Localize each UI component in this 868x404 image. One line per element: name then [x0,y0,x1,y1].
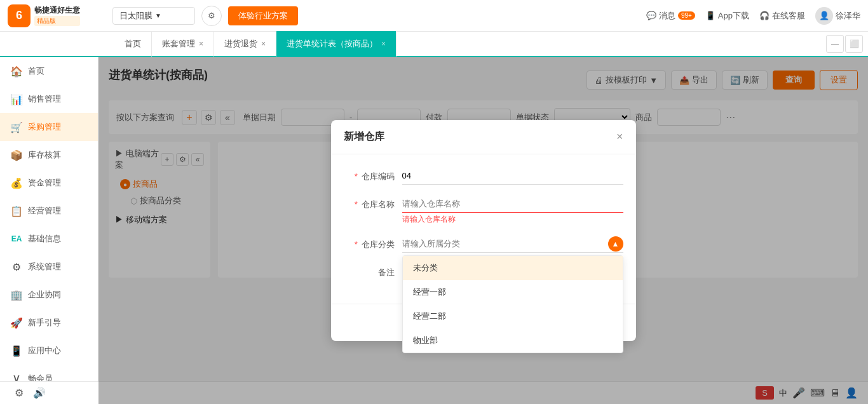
logo-area: 6 畅捷通好生意 精品版 [8,4,106,27]
main-layout: 🏠 首页 📊 销售管理 🛒 采购管理 📦 库存核算 💰 资金管理 📋 经营管理 … [0,57,868,404]
notes-label: 备注 [344,263,395,278]
tab-bar: 首页 账套管理 × 进货退货 × 进货单统计表（按商品） × — ⬜ [0,32,868,57]
bottom-left-icons: ⚙ 🔊 [10,384,48,402]
form-row-warehouse-name: * 仓库名称 请输入仓库名称 [344,195,623,225]
warehouse-code-input[interactable] [402,167,623,185]
sidebar-item-purchase[interactable]: 🛒 采购管理 [0,113,98,141]
dialog-body: * 仓库编码 * 仓库名称 [331,154,636,304]
sidebar-item-finance[interactable]: 💰 资金管理 [0,169,98,197]
headset-icon: 🎧 [759,11,770,20]
sales-icon: 📊 [10,93,23,105]
avatar: 👤 [815,7,833,25]
app-icon: 📱 [705,11,715,20]
dropdown-option-dept2[interactable]: 经营二部 [403,304,623,328]
category-dropdown-toggle[interactable]: ▲ [608,236,623,252]
dropdown-option-property[interactable]: 物业部 [403,328,623,353]
tab-end-buttons: — ⬜ [826,35,868,53]
tab-expand-button[interactable]: ⬜ [845,35,863,53]
form-row-warehouse-category: * 仓库分类 ▲ 未分类 经营一部 经 [344,235,623,253]
warehouse-name-input[interactable] [402,195,623,213]
dropdown-option-unclassified[interactable]: 未分类 [403,256,623,280]
home-icon: 🏠 [10,65,23,77]
sidebar-item-inventory[interactable]: 📦 库存核算 [0,141,98,169]
tab-close-account[interactable]: × [199,39,203,48]
guide-icon: 🚀 [10,316,23,329]
dialog-title: 新增仓库 [344,130,384,144]
sidebar: 🏠 首页 📊 销售管理 🛒 采购管理 📦 库存核算 💰 资金管理 📋 经营管理 … [0,57,98,404]
finance-icon: 💰 [10,177,23,189]
sidebar-item-apps[interactable]: 📱 应用中心 [0,337,98,365]
sidebar-item-home[interactable]: 🏠 首页 [0,57,98,85]
dialog-header: 新增仓库 × [331,120,636,154]
purchase-icon: 🛒 [10,121,23,133]
basic-info-icon: EA [10,232,23,245]
sidebar-item-sales[interactable]: 📊 销售管理 [0,85,98,113]
modal-backdrop: 新增仓库 × * 仓库编码 [98,57,868,404]
bottom-volume-icon[interactable]: 🔊 [31,384,48,402]
warehouse-category-label: * 仓库分类 [344,235,395,250]
settings-icon[interactable]: ⚙ [201,6,222,26]
warehouse-code-control [402,167,623,185]
sidebar-item-basic-info[interactable]: EA 基础信息 [0,225,98,253]
customer-service-item[interactable]: 🎧 在线客服 [759,10,805,22]
logo-icon: 6 [8,4,31,27]
warehouse-category-select-wrapper: ▲ [402,235,623,253]
user-profile-item[interactable]: 👤 徐泽华 [815,7,860,25]
inventory-icon: 📦 [10,149,23,161]
warehouse-name-label: * 仓库名称 [344,195,395,210]
try-industry-button[interactable]: 体验行业方案 [228,6,298,25]
apps-icon: 📱 [10,344,23,357]
logo-text: 畅捷通好生意 精品版 [34,5,80,26]
operations-icon: 📋 [10,205,23,217]
sidebar-item-operations[interactable]: 📋 经营管理 [0,197,98,225]
warehouse-category-control: ▲ 未分类 经营一部 经营二部 物业部 [402,235,623,253]
form-row-warehouse-code: * 仓库编码 [344,167,623,185]
sidebar-item-system[interactable]: ⚙ 系统管理 [0,253,98,281]
new-warehouse-dialog: 新增仓库 × * 仓库编码 [331,120,636,341]
system-icon: ⚙ [10,260,23,273]
tab-minimize-button[interactable]: — [826,35,844,53]
tab-account[interactable]: 账套管理 × [152,31,214,57]
chevron-down-icon: ▼ [155,12,161,19]
dropdown-option-dept1[interactable]: 经营一部 [403,280,623,304]
sidebar-item-guide[interactable]: 🚀 新手引导 [0,309,98,337]
enterprise-icon: 🏢 [10,288,23,301]
tab-home[interactable]: 首页 [114,31,152,57]
dialog-close-button[interactable]: × [616,130,623,144]
tab-close-purchase-return[interactable]: × [261,39,266,48]
content-area: 进货单统计(按商品) 🖨 按模板打印 ▼ 📤 导出 🔄 刷新 查询 设置 [98,57,868,404]
notification-icon: 💬 [646,11,656,20]
category-dropdown: 未分类 经营一部 经营二部 物业部 [402,255,623,353]
app-download-item[interactable]: 📱 App下载 [705,10,749,22]
warehouse-name-error: 请输入仓库名称 [402,214,623,225]
sidebar-item-enterprise[interactable]: 🏢 企业协同 [0,281,98,309]
store-selector[interactable]: 日太阳膜 ▼ [112,7,195,25]
warehouse-name-control: 请输入仓库名称 [402,195,623,225]
notification-item[interactable]: 💬 消息 99+ [646,10,695,22]
tab-close-purchase-stats[interactable]: × [381,39,386,48]
warehouse-category-input[interactable] [402,235,623,253]
tab-purchase-stats[interactable]: 进货单统计表（按商品） × [276,31,397,57]
top-header: 6 畅捷通好生意 精品版 日太阳膜 ▼ ⚙ 体验行业方案 💬 消息 99+ 📱 … [0,0,868,32]
header-right: 💬 消息 99+ 📱 App下载 🎧 在线客服 👤 徐泽华 [646,7,860,25]
warehouse-code-label: * 仓库编码 [344,167,395,182]
bottom-settings-icon[interactable]: ⚙ [10,384,28,402]
tab-purchase-return[interactable]: 进货退货 × [214,31,276,57]
